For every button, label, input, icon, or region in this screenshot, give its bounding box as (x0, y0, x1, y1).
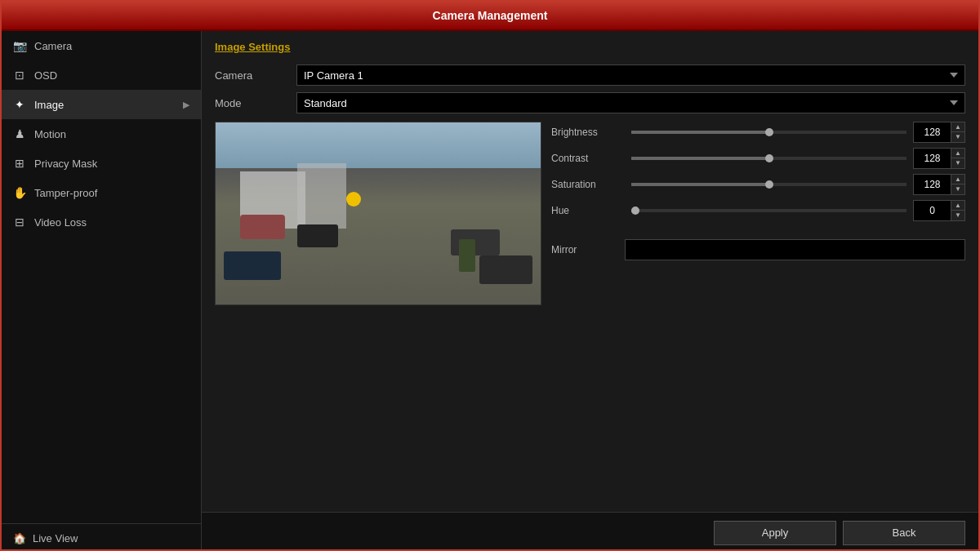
sidebar-label-motion: Motion (34, 128, 66, 140)
privacy-mask-icon: ⊞ (13, 157, 26, 170)
sidebar-label-image: Image (34, 99, 64, 111)
building-mid (297, 163, 346, 229)
camera-preview (215, 122, 541, 305)
contrast-row: Contrast ▲ ▼ (551, 148, 965, 169)
sidebar-live-view[interactable]: 🏠 Live View (2, 523, 201, 551)
mirror-select[interactable] (625, 239, 965, 260)
video-loss-icon: ⊟ (13, 216, 26, 229)
mode-label: Mode (215, 97, 296, 109)
hue-value-box: ▲ ▼ (913, 200, 965, 221)
brightness-slider-fill (631, 131, 769, 134)
motion-icon: ♟ (13, 127, 26, 140)
bottom-bar: Apply Back (202, 512, 978, 551)
image-icon: ✦ (13, 98, 26, 111)
tamper-proof-icon: ✋ (13, 186, 26, 199)
live-view-label: Live View (33, 532, 78, 544)
image-body: Brightness ▲ ▼ (215, 122, 965, 305)
brightness-label: Brightness (551, 127, 625, 138)
brightness-slider-track[interactable] (631, 131, 906, 134)
sidebar-label-osd: OSD (34, 69, 57, 82)
sidebar-label-video-loss: Video Loss (34, 216, 87, 229)
hue-up-button[interactable]: ▲ (951, 201, 964, 211)
title-bar: Camera Management (2, 2, 978, 31)
saturation-slider-fill (631, 183, 769, 186)
saturation-down-button[interactable]: ▼ (951, 184, 964, 194)
hue-label: Hue (551, 205, 625, 216)
sidebar-label-tamper-proof: Tamper-proof (34, 187, 97, 199)
saturation-label: Saturation (551, 179, 625, 190)
hue-spinner: ▲ ▼ (951, 201, 964, 220)
brightness-row: Brightness ▲ ▼ (551, 122, 965, 143)
app-title: Camera Management (433, 9, 548, 22)
section-title: Image Settings (215, 41, 965, 53)
mode-row: Mode Standard (215, 92, 965, 113)
sidebar-label-camera: Camera (34, 40, 72, 52)
mode-select[interactable]: Standard (296, 92, 965, 113)
sidebar-item-osd[interactable]: ⊡ OSD (2, 60, 201, 90)
camera-icon: 📷 (13, 39, 26, 52)
saturation-slider-thumb (765, 180, 773, 189)
sidebar-item-privacy-mask[interactable]: ⊞ Privacy Mask (2, 149, 201, 178)
brightness-spinner: ▲ ▼ (951, 122, 964, 142)
contrast-slider-track[interactable] (631, 157, 906, 160)
sidebar-item-motion[interactable]: ♟ Motion (2, 119, 201, 149)
hue-down-button[interactable]: ▼ (951, 211, 964, 220)
car-3 (451, 229, 500, 256)
contrast-down-button[interactable]: ▼ (951, 158, 964, 168)
brightness-down-button[interactable]: ▼ (951, 132, 964, 142)
back-button[interactable]: Back (843, 521, 965, 545)
camera-label: Camera (215, 69, 296, 82)
contrast-slider-fill (631, 157, 769, 160)
content-area: Image Settings Camera IP Camera 1 Mode S… (202, 31, 978, 551)
saturation-spinner: ▲ ▼ (951, 175, 964, 194)
contrast-value-box: ▲ ▼ (913, 148, 965, 169)
sidebar-arrow-image: ▶ (183, 100, 189, 110)
contrast-label: Contrast (551, 153, 625, 164)
live-view-icon: 🏠 (13, 532, 26, 544)
camera-row: Camera IP Camera 1 (215, 64, 965, 86)
brightness-value-box: ▲ ▼ (913, 122, 965, 143)
brightness-value-input[interactable] (914, 125, 951, 140)
camera-select[interactable]: IP Camera 1 (296, 64, 965, 86)
camera-scene (216, 122, 541, 304)
osd-icon: ⊡ (13, 69, 26, 82)
saturation-value-input[interactable] (914, 177, 951, 192)
sidebar-item-tamper-proof[interactable]: ✋ Tamper-proof (2, 178, 201, 207)
mirror-label: Mirror (551, 244, 625, 256)
sidebar-item-video-loss[interactable]: ⊟ Video Loss (2, 207, 201, 237)
brightness-up-button[interactable]: ▲ (951, 122, 964, 132)
tree (459, 239, 475, 272)
hue-slider-track[interactable] (631, 209, 906, 212)
saturation-slider-track[interactable] (631, 183, 906, 186)
hue-value-input[interactable] (914, 203, 951, 218)
contrast-value-input[interactable] (914, 151, 951, 166)
car-5 (479, 256, 532, 284)
sidebar-item-image[interactable]: ✦ Image ▶ (2, 90, 201, 119)
contrast-slider-thumb (765, 154, 773, 162)
brightness-slider-thumb (765, 128, 773, 136)
sidebar: 📷 Camera ⊡ OSD ✦ Image ▶ ♟ Motion ⊞ Priv… (2, 31, 202, 551)
saturation-value-box: ▲ ▼ (913, 174, 965, 195)
contrast-up-button[interactable]: ▲ (951, 149, 964, 158)
hue-slider-thumb (631, 207, 639, 215)
saturation-row: Saturation ▲ ▼ (551, 174, 965, 195)
mirror-row: Mirror (551, 239, 965, 260)
car-4 (224, 251, 281, 280)
sidebar-label-privacy-mask: Privacy Mask (34, 158, 97, 170)
yellow-obj (346, 192, 361, 207)
car-2 (297, 224, 338, 247)
sidebar-item-camera[interactable]: 📷 Camera (2, 31, 201, 60)
apply-button[interactable]: Apply (714, 521, 836, 545)
settings-panel: Brightness ▲ ▼ (551, 122, 965, 305)
hue-row: Hue ▲ ▼ (551, 200, 965, 221)
saturation-up-button[interactable]: ▲ (951, 175, 964, 184)
contrast-spinner: ▲ ▼ (951, 149, 964, 168)
car-1 (240, 215, 285, 239)
